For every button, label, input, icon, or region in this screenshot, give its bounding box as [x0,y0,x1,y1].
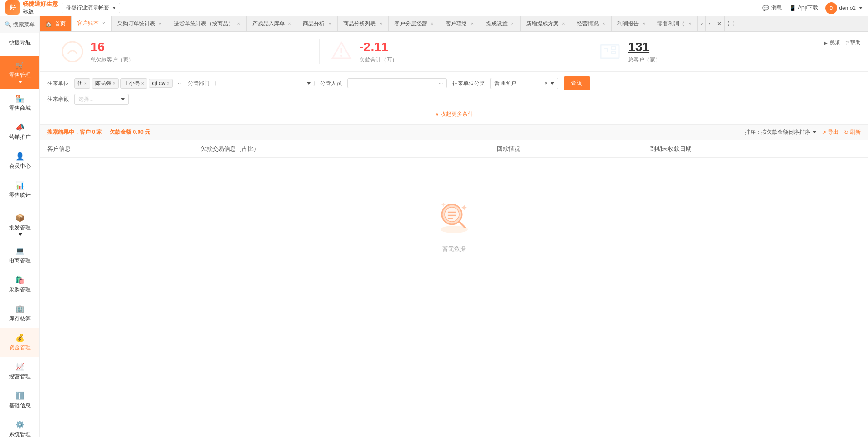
filter-more-tags[interactable]: ··· [174,79,182,87]
manager-select[interactable]: ··· [347,78,447,88]
refresh-btn[interactable]: ↻ 刷新 [844,128,861,136]
sidebar-item-wholesale[interactable]: 📦 批发管理 [0,208,39,241]
tab-purchase-stats[interactable]: 进货单统计表（按商品） × [168,16,247,32]
svg-point-3 [340,55,342,57]
help-btn[interactable]: ? 帮助 [845,39,861,47]
sidebar: 🔍 搜索菜单 快捷导航 🛒 零售管理 🏪 零售商城 📣 营销推广 👤 会员中心 … [0,16,40,437]
tab-fullscreen[interactable]: ⛶ [724,16,736,32]
sidebar-item-quick-nav[interactable]: 快捷导航 [0,33,39,52]
help-icon: ? [845,40,849,46]
sidebar-item-purchase[interactable]: 🛍️ 采购管理 [0,270,39,299]
tab-product-inbound[interactable]: 产成品入库单 × [247,16,298,32]
svg-rect-5 [604,48,608,52]
search-icon: 🔍 [5,21,11,28]
tab-customer-tier[interactable]: 客户分层经营 × [389,16,440,32]
tab-close-product-inbound[interactable]: × [288,21,292,27]
field1-label: 往来单位 [47,80,69,87]
sidebar-item-marketing[interactable]: 📣 营销推广 [0,118,39,147]
video-btn[interactable]: ▶ 视频 [824,39,840,47]
col-overdue-info: 欠款交易信息（占比） [193,140,489,158]
tab-scroll-right[interactable]: › [705,16,713,32]
customer-count: 0 [92,129,95,135]
retail-mall-icon: 🏪 [15,94,24,103]
tab-profit-report[interactable]: 利润报告 × [612,16,652,32]
tab-close-product-analysis[interactable]: × [327,21,332,27]
field1-tags: 伍 × 陈民强 × 王小亮 × cjttcw × ··· [74,78,182,89]
chevron-icon [19,81,22,83]
tab-customer-account[interactable]: 客户账本 × [72,16,112,32]
message-btn[interactable]: 💬 消息 [762,4,782,12]
balance-select[interactable]: 选择... [74,94,129,105]
account-dropdown[interactable]: 母婴行业演示帐套 [62,3,120,13]
sidebar-item-ops[interactable]: 📈 经营管理 [0,357,39,386]
retail-stats-icon: 📊 [15,181,24,190]
stat-customers-label: 总客户（家） [628,56,661,64]
sidebar-item-members[interactable]: 👤 会员中心 [0,147,39,176]
remove-cjttcw-btn[interactable]: × [167,81,170,86]
tab-retail-profit[interactable]: 零售利润（ × [652,16,698,32]
sidebar-item-retail-stats[interactable]: 📊 零售统计 [0,176,39,204]
sidebar-item-finance[interactable]: 💰 资金管理 [0,328,39,357]
remove-normal-customer-btn[interactable]: × [544,80,547,86]
tab-close-profit-report[interactable]: × [642,21,646,27]
tab-purchase-order[interactable]: 采购订单统计表 × [112,16,168,32]
tab-scroll-left[interactable]: ‹ [698,16,705,32]
export-icon: ↗ [822,129,826,136]
tab-promotion-settings[interactable]: 提成设置 × [480,16,521,32]
tab-new-promotion[interactable]: 新增提成方案 × [521,16,572,32]
tab-close-customer-tier[interactable]: × [430,21,434,27]
tab-close-customer-contact[interactable]: × [470,21,475,27]
tab-operations[interactable]: 经营情况 × [571,16,612,32]
unit-class-select[interactable]: 普通客户 × [490,78,558,89]
balance-chevron-icon [121,98,125,100]
remove-chenminqiang-btn[interactable]: × [113,81,115,86]
user-menu[interactable]: D demo2 [825,2,863,14]
tab-product-analysis-list[interactable]: 商品分析列表 × [338,16,389,32]
filter-tag-chenminqiang: 陈民强 × [92,78,119,89]
tab-customer-contact[interactable]: 客户联络 × [440,16,480,32]
wholesale-icon: 📦 [15,214,24,222]
svg-rect-7 [611,51,616,54]
tab-close-operations[interactable]: × [601,21,606,27]
tab-close-purchase-order[interactable]: × [158,21,163,27]
remove-wu-btn[interactable]: × [84,81,87,86]
stat-total-label: 欠款合计（万） [360,56,398,64]
tab-home[interactable]: 🏠 首页 [40,16,72,32]
filter-row-1: 往来单位 伍 × 陈民强 × 王小亮 × cjttcw [47,76,861,90]
tab-close-product-analysis-list[interactable]: × [379,21,383,27]
empty-text: 暂无数据 [442,245,466,253]
empty-state-row: 暂无数据 [40,158,868,290]
sidebar-item-inventory[interactable]: 🏢 库存核算 [0,299,39,328]
collapse-btn[interactable]: ∧ 收起更多条件 [435,110,473,118]
tab-close-new-promotion[interactable]: × [561,21,566,27]
sidebar-search[interactable]: 🔍 搜索菜单 [0,16,39,33]
tab-close-retail-profit[interactable]: × [687,21,692,27]
field5-label: 往来余额 [47,95,69,103]
dropdown-chevron-icon [112,7,116,9]
unit-class-chevron-icon [551,82,554,85]
svg-rect-6 [611,47,616,49]
tab-close-customer-account[interactable]: × [101,20,106,26]
export-btn[interactable]: ↗ 导出 [822,128,839,136]
query-btn[interactable]: 查询 [564,76,590,90]
app-download-btn[interactable]: 📱 App下载 [789,4,818,12]
tab-close-promotion-settings[interactable]: × [510,21,515,27]
sort-select[interactable]: 排序：按欠款金额倒序排序 [745,128,816,136]
remove-wangxiaoliang-btn[interactable]: × [141,81,144,86]
total-customers-icon [597,39,623,64]
sidebar-item-system[interactable]: ⚙️ 系统管理 [0,415,39,437]
dept-select[interactable] [215,81,315,86]
marketing-icon: 📣 [15,123,24,132]
stat-overdue-label: 总欠款客户（家） [91,56,134,64]
sidebar-item-basic-info[interactable]: ℹ️ 基础信息 [0,386,39,415]
sidebar-item-retail-mall[interactable]: 🏪 零售商城 [0,89,39,118]
table-header: 客户信息 欠款交易信息（占比） 回款情况 到期未收款日期 [40,140,868,158]
tab-close-purchase-stats[interactable]: × [236,21,241,27]
sidebar-item-ecommerce[interactable]: 💻 电商管理 [0,241,39,270]
basic-info-icon: ℹ️ [15,391,24,400]
filter-tag-wu: 伍 × [74,78,90,89]
tab-close-all[interactable]: ✕ [714,16,724,32]
tab-product-analysis[interactable]: 商品分析 × [297,16,338,32]
sidebar-item-retail-mgmt[interactable]: 🛒 零售管理 [0,56,39,89]
logo-text: 畅捷通好生意 标版 [23,0,58,15]
